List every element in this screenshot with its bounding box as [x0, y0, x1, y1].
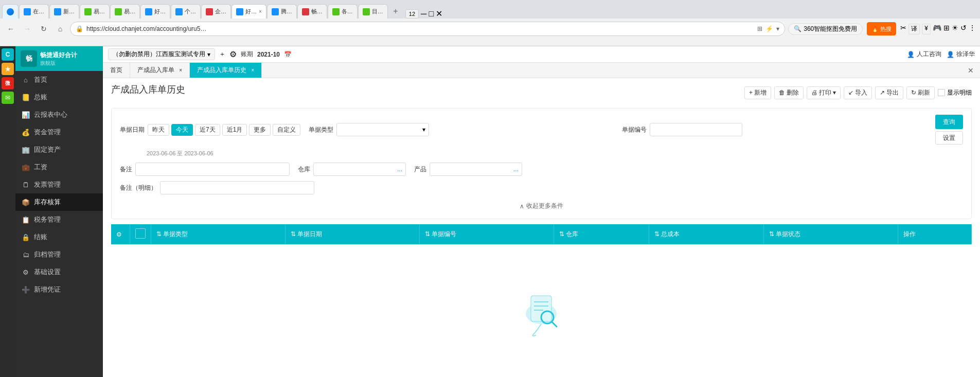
print-button[interactable]: 🖨 打印 ▾ — [807, 86, 841, 99]
url-dropdown-icon[interactable]: ▾ — [776, 25, 779, 32]
tab-12[interactable]: 目… — [358, 4, 388, 19]
close-page-icon[interactable]: ✕ — [961, 63, 980, 78]
date-btn-more[interactable]: 更多 — [249, 124, 271, 136]
sidebar-item-settings[interactable]: ⚙ 基础设置 — [15, 263, 103, 281]
collapse-button[interactable]: ∧ 收起更多条件 — [120, 200, 963, 212]
tab-8-active[interactable]: 好… × — [231, 4, 266, 19]
sidebar-item-invoice[interactable]: 🗒 发票管理 — [15, 176, 103, 193]
back-button[interactable]: ← — [4, 22, 17, 35]
period-value: 2021-10 — [257, 51, 280, 58]
sidebar-item-fixed-asset[interactable]: 🏢 固定资产 — [15, 141, 103, 158]
sidebar-item-ledger[interactable]: 📒 总账 — [15, 88, 103, 106]
add-company-btn[interactable]: ＋ — [219, 50, 225, 59]
date-btn-1month[interactable]: 近1月 — [222, 124, 247, 136]
search-panel: 单据日期 昨天 今天 近7天 近1月 — [111, 108, 972, 219]
gamepad-tool-icon[interactable]: 🎮 — [933, 24, 941, 34]
warehouse-select[interactable]: ... — [313, 163, 406, 176]
sidebar-header: 畅 畅捷通好合计 旗舰版 — [15, 46, 103, 71]
sidebar-item-closing[interactable]: 🔒 结账 — [15, 228, 103, 246]
app-icon-star[interactable]: ★ — [2, 63, 14, 75]
tab-9[interactable]: 腾… — [267, 4, 297, 19]
settings-icon: ⚙ — [22, 268, 30, 276]
user-profile-btn[interactable]: 👤 徐泽华 — [947, 50, 975, 59]
minimize-button[interactable]: ─ — [421, 9, 426, 19]
search-bar[interactable]: 🔍 360智能抠图免费用 — [788, 23, 863, 35]
tab-7[interactable]: 企… — [201, 4, 231, 19]
grid-tool-icon[interactable]: ⊞ — [943, 24, 950, 34]
hot-search-button[interactable]: 🔥 热搜 — [867, 22, 896, 35]
undo-tool-icon[interactable]: ↺ — [960, 24, 967, 34]
translate-tool-button[interactable]: 译 — [908, 24, 920, 34]
forward-button[interactable]: → — [21, 22, 34, 35]
tab-1[interactable]: 在… — [19, 4, 49, 19]
new-tab-button[interactable]: + — [388, 4, 403, 19]
settings-icon-cell[interactable]: ⚙ — [116, 231, 122, 238]
tab-10[interactable]: 畅… — [297, 4, 327, 19]
tab-4[interactable]: 易… — [110, 4, 140, 19]
url-bar[interactable]: 🔒 https://cloud.chanjet.com/accounting/u… — [70, 22, 785, 36]
tab-5[interactable]: 好… — [140, 4, 170, 19]
close-window-button[interactable]: ✕ — [436, 9, 442, 19]
sidebar-item-new-voucher-label: 新增凭证 — [34, 285, 61, 294]
col-status-sort-icon[interactable]: ⇅ — [769, 230, 774, 238]
app-icon-weibo[interactable]: 微 — [2, 77, 14, 89]
col-no-sort-icon[interactable]: ⇅ — [425, 230, 430, 238]
breadcrumb-tab-list[interactable]: 产成品入库单 × — [130, 63, 190, 78]
voucher-type-select[interactable]: ▾ — [336, 123, 429, 136]
tab-11[interactable]: 各… — [328, 4, 358, 19]
date-btn-7days[interactable]: 近7天 — [195, 124, 220, 136]
sidebar-item-tax[interactable]: 📋 税务管理 — [15, 211, 103, 228]
sidebar-subtitle: 旗舰版 — [40, 60, 77, 67]
col-warehouse-sort-icon[interactable]: ⇅ — [559, 230, 564, 238]
refresh-button[interactable]: ↻ 刷新 — [906, 86, 935, 99]
sidebar-item-new-voucher[interactable]: ➕ 新增凭证 — [15, 281, 103, 298]
date-btn-today[interactable]: 今天 — [171, 124, 193, 136]
tab-8-close-icon[interactable]: × — [259, 9, 262, 14]
sidebar-item-archive[interactable]: 🗂 归档管理 — [15, 246, 103, 263]
sidebar-item-cloud-report[interactable]: 📊 云报表中心 — [15, 106, 103, 123]
import-button[interactable]: ↙ 导入 — [844, 86, 872, 99]
more-tool-icon[interactable]: ⋮ — [969, 24, 976, 34]
tab-2[interactable]: 新… — [49, 4, 79, 19]
select-all-checkbox[interactable] — [135, 228, 146, 239]
tab-3[interactable]: 易… — [80, 4, 110, 19]
settings-gear-icon[interactable]: ⚙ — [229, 49, 237, 59]
brightness-tool-icon[interactable]: ☀ — [952, 24, 958, 34]
set-button[interactable]: 设置 — [935, 131, 963, 145]
note-detail-input[interactable] — [160, 181, 314, 194]
breadcrumb-list-close-icon[interactable]: × — [179, 67, 182, 73]
tab-6[interactable]: 个… — [171, 4, 201, 19]
sidebar-item-inventory[interactable]: 📦 库存核算 — [15, 193, 103, 211]
export-button[interactable]: ↗ 导出 — [875, 86, 903, 99]
col-date-sort-icon[interactable]: ⇅ — [291, 230, 296, 238]
sidebar-item-payroll[interactable]: 💼 工资 — [15, 158, 103, 176]
home-button[interactable]: ⌂ — [54, 22, 67, 35]
date-btn-yesterday[interactable]: 昨天 — [148, 124, 169, 136]
maximize-button[interactable]: □ — [429, 9, 434, 19]
reload-button[interactable]: ↻ — [37, 22, 50, 35]
breadcrumb-tab-history[interactable]: 产成品入库单历史 × — [190, 63, 262, 78]
date-btn-custom[interactable]: 自定义 — [273, 124, 300, 136]
delete-button[interactable]: 🗑 删除 — [774, 86, 804, 99]
calendar-icon[interactable]: 📅 — [284, 51, 292, 58]
add-button[interactable]: + 新增 — [744, 86, 771, 99]
user-service-btn[interactable]: 👤 人工咨询 — [907, 50, 941, 59]
tab-home[interactable] — [2, 4, 19, 19]
note-input[interactable] — [135, 163, 290, 176]
breadcrumb-tab-home[interactable]: 首页 — [103, 63, 130, 78]
currency-tool-button[interactable]: ¥ — [922, 24, 931, 34]
cut-tool-icon[interactable]: ✂ — [900, 24, 906, 34]
col-total-cost-sort-icon[interactable]: ⇅ — [654, 230, 660, 238]
breadcrumb-history-close-icon[interactable]: × — [252, 67, 255, 73]
warehouse-dots: ... — [397, 166, 402, 173]
sidebar-item-fund[interactable]: 💰 资金管理 — [15, 123, 103, 141]
company-select[interactable]: （勿删勿禁用）江西服宝测试专用 ▾ — [108, 48, 215, 60]
show-detail-checkbox[interactable]: 显示明细 — [938, 88, 972, 97]
sidebar-item-home[interactable]: ⌂ 首页 — [15, 71, 103, 88]
app-icon-chanjet[interactable]: C — [2, 48, 14, 61]
voucher-no-input[interactable] — [650, 123, 742, 136]
product-select[interactable]: ... — [430, 163, 522, 176]
app-icon-mail[interactable]: ✉ — [2, 92, 14, 104]
col-voucher-type-sort-icon[interactable]: ⇅ — [156, 230, 162, 238]
query-button[interactable]: 查询 — [935, 115, 963, 129]
